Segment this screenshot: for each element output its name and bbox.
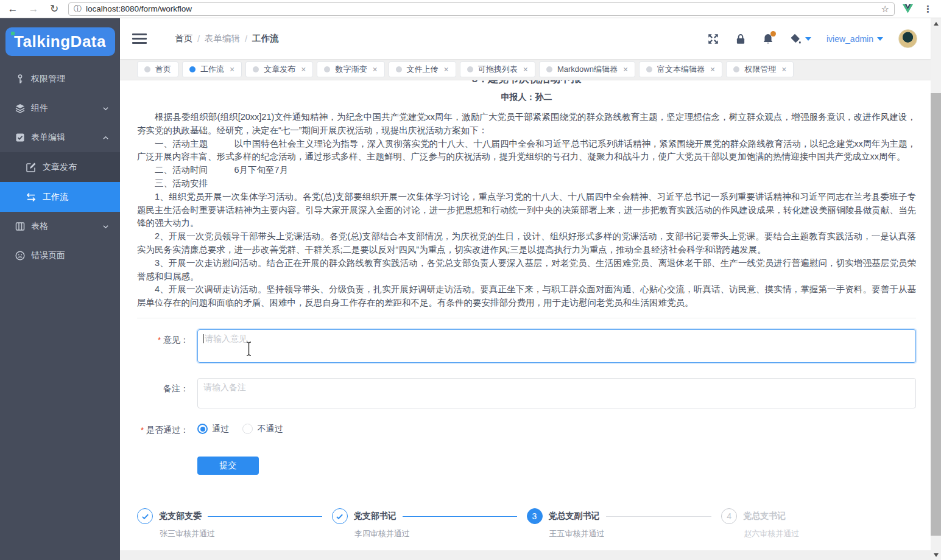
vue-devtools-icon[interactable] (902, 4, 914, 14)
doc-paragraph: 4、开展一次调研走访活动。坚持领导带头、分级负责，扎实开展好调研走访活动。要真正… (137, 283, 916, 310)
tab-permissions[interactable]: 权限管理 × (726, 61, 794, 77)
notification-bell-icon[interactable] (762, 33, 774, 45)
avatar[interactable] (898, 29, 917, 48)
tab-dot-icon (733, 66, 739, 72)
tab-article-publish[interactable]: 文章发布 × (245, 61, 313, 77)
chevron-down-icon (102, 223, 109, 230)
breadcrumb-form-edit[interactable]: 表单编辑 (205, 33, 240, 44)
collapse-menu-icon[interactable] (132, 33, 147, 44)
breadcrumb-separator: / (245, 34, 247, 44)
doc-paragraph: 3、开展一次走访慰问活动。结合正在开展的群众路线教育实践活动，各党总支部负责人要… (137, 257, 916, 284)
step-title: 党总支副书记 (549, 511, 600, 522)
sidebar-item-components[interactable]: 组件 (0, 94, 120, 123)
sidebar-item-label: 权限管理 (31, 74, 109, 85)
sidebar-item-error-pages[interactable]: 错误页面 (0, 241, 120, 270)
url-text[interactable]: localhost:8080/form/workflow (86, 4, 877, 13)
browser-back-icon[interactable]: ← (6, 4, 19, 14)
tab-label: 文件上传 (407, 64, 439, 75)
tab-close-icon[interactable]: × (444, 65, 449, 74)
talkingdata-logo[interactable]: TalkingData (5, 27, 115, 56)
tab-close-icon[interactable]: × (623, 65, 628, 74)
opinion-placeholder: 请输入意见 (205, 334, 247, 343)
swap-arrows-icon (26, 192, 37, 203)
logo-text: TalkingData (14, 32, 106, 51)
tab-dot-icon (144, 66, 150, 72)
step-check-icon (137, 508, 153, 524)
sidebar-item-article-publish[interactable]: 文章发布 (0, 152, 120, 182)
tab-close-icon[interactable]: × (710, 65, 715, 74)
notification-badge (770, 31, 776, 37)
doc-paragraph: 一、活动主题 以中国特色社会主义理论为指导，深入贯彻落实党的十八大、十八届四中全… (137, 138, 916, 164)
table-icon (15, 221, 26, 232)
tab-close-icon[interactable]: × (372, 65, 377, 74)
browser-forward-icon[interactable]: → (27, 4, 40, 14)
radio-pass[interactable]: 通过 (197, 424, 229, 435)
tab-home[interactable]: 首页 (137, 61, 178, 77)
document-title-clipped: 8：建党节庆祝活动申报 (137, 80, 916, 86)
tab-dot-icon (646, 66, 652, 72)
sidebar-item-workflow[interactable]: 工作流 (0, 182, 120, 212)
breadcrumb-home[interactable]: 首页 (175, 33, 192, 44)
step-number: 3 (527, 508, 543, 524)
tab-draggable-list[interactable]: 可拖拽列表 × (460, 61, 535, 77)
remark-textarea[interactable]: 请输入备注 (197, 378, 916, 408)
open-tabs-bar: 首页 工作流 × 文章发布 × 数字渐变 × 文件上传 × (120, 59, 931, 80)
fullscreen-icon[interactable] (707, 33, 719, 45)
tab-label: 文章发布 (264, 64, 295, 75)
tab-close-icon[interactable]: × (523, 65, 528, 74)
text-caret (203, 334, 204, 343)
user-menu[interactable]: iview_admin (826, 34, 883, 44)
key-icon (15, 74, 26, 85)
sidebar-item-label: 文章发布 (43, 162, 109, 173)
doc-paragraph: 1、组织党员开展一次集体学习活动。各党(总)支部要组织开展一次集体学习讨论，重点… (137, 191, 916, 230)
chevron-down-icon (102, 105, 109, 112)
step-connector (606, 516, 712, 517)
tab-close-icon[interactable]: × (781, 65, 786, 74)
scrollbar-down-arrow-icon[interactable] (931, 550, 941, 560)
scrollbar-thumb[interactable] (931, 93, 941, 536)
tab-close-icon[interactable]: × (301, 65, 306, 74)
tab-label: 数字渐变 (335, 64, 367, 75)
breadcrumb-current: 工作流 (252, 33, 279, 44)
logo-green-dot-icon (11, 32, 15, 35)
breadcrumb: 首页 / 表单编辑 / 工作流 (175, 33, 279, 44)
tab-dot-icon (253, 66, 259, 72)
step-title: 党支部支委 (159, 511, 202, 522)
tab-markdown-editor[interactable]: Markdown编辑器 × (539, 61, 635, 77)
tab-close-icon[interactable]: × (230, 65, 234, 74)
opinion-textarea[interactable]: 请输入意见 (197, 329, 916, 363)
page-info-icon[interactable]: ⓘ (74, 4, 82, 15)
sidebar-item-form-edit[interactable]: 表单编辑 (0, 123, 120, 152)
step-connector (208, 516, 322, 517)
step-desc: 赵六审核并通过 (744, 528, 916, 539)
bookmark-star-icon[interactable]: ☆ (881, 4, 889, 15)
radio-label: 不通过 (257, 424, 283, 435)
tab-upload[interactable]: 文件上传 × (389, 61, 456, 77)
step-title: 党总支书记 (743, 511, 786, 522)
tab-rich-text-editor[interactable]: 富文本编辑器 × (639, 61, 722, 77)
submit-button[interactable]: 提交 (197, 457, 259, 475)
tab-dot-icon (189, 66, 196, 72)
sidebar-item-tables[interactable]: 表格 (0, 212, 120, 241)
radio-unselected-icon (242, 424, 253, 434)
page-scrollbar[interactable] (931, 18, 941, 560)
sidebar-item-permissions[interactable]: 权限管理 (0, 65, 120, 94)
lock-icon[interactable] (735, 33, 747, 45)
document-body: 根据县委组织部(组织[20xx]21)文件通知精神，为纪念中国共产党建党xx周年… (137, 111, 916, 310)
tab-dot-icon (324, 66, 330, 72)
sidebar-item-label: 错误页面 (31, 250, 109, 261)
approval-form: 意见： 请输入意见 备注： 请输入备注 是否通过： (137, 329, 916, 475)
browser-reload-icon[interactable]: ↻ (48, 4, 61, 14)
content-bottom-strip (120, 550, 931, 560)
tab-count-to[interactable]: 数字渐变 × (317, 61, 384, 77)
top-header: 首页 / 表单编辑 / 工作流 (120, 18, 931, 59)
theme-switch[interactable] (789, 33, 811, 45)
address-bar[interactable]: ⓘ localhost:8080/form/workflow ☆ (68, 2, 895, 16)
scrollbar-up-arrow-icon[interactable] (931, 18, 941, 29)
doc-paragraph: 二、活动时间 6月下旬至7月 (137, 164, 916, 177)
tab-workflow[interactable]: 工作流 × (182, 61, 242, 77)
browser-menu-icon[interactable]: ⋮ (921, 4, 935, 15)
radio-fail[interactable]: 不通过 (242, 424, 283, 435)
sidebar-item-label: 表格 (31, 221, 102, 232)
step-desc: 王五审核并通过 (549, 528, 722, 539)
